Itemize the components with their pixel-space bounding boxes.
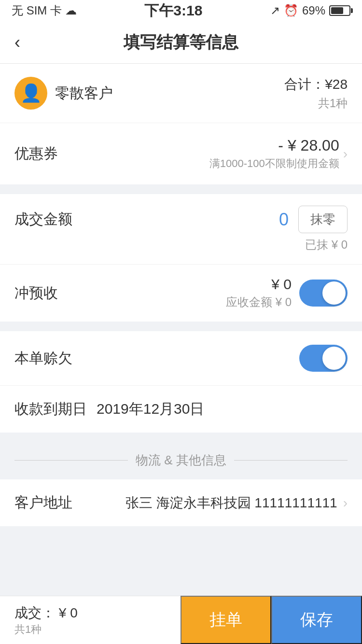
coupon-desc: 满1000-100不限制使用金额 (209, 156, 339, 171)
coupon-label: 优惠券 (14, 144, 58, 164)
gap-2 (0, 322, 362, 331)
customer-total: 合计：¥28 (284, 75, 348, 94)
debt-toggle-knob (322, 347, 346, 370)
status-bar: 无 SIM 卡 ☁ 下午3:18 ↗ ⏰ 69% (0, 0, 362, 21)
address-right: 张三 海淀永丰科技园 11111111111 › (72, 494, 348, 512)
prepaid-toggle[interactable] (299, 280, 348, 307)
coupon-chevron-icon: › (343, 146, 348, 162)
prepaid-sub-text: 应收金额 ¥ 0 (226, 294, 292, 310)
customer-right: 合计：¥28 共1种 (284, 75, 348, 111)
logistics-section: 物流 & 其他信息 (0, 442, 362, 478)
pending-button[interactable]: 挂单 (181, 596, 271, 644)
address-chevron-icon: › (343, 495, 348, 511)
logistics-divider: 物流 & 其他信息 (14, 452, 348, 469)
location-icon: ↗ (270, 4, 280, 17)
page-title: 填写结算等信息 (124, 31, 238, 54)
battery-text: 69% (302, 4, 325, 17)
deal-amount-section: 成交金额 0 抹零 已抹 ¥ 0 (0, 194, 362, 264)
debt-label: 本单赊欠 (14, 349, 72, 368)
debt-section: 本单赊欠 收款到期日 2019年12月30日 (0, 331, 362, 433)
footer: 成交： ¥ 0 共1种 挂单 保存 (0, 596, 362, 644)
coupon-info: - ¥ 28.00 满1000-100不限制使用金额 (209, 137, 339, 171)
address-label: 客户地址 (14, 493, 72, 513)
alarm-icon: ⏰ (284, 4, 298, 17)
deal-label: 成交金额 (14, 210, 72, 229)
battery-fill (331, 7, 343, 14)
customer-left: 👤 零散客户 (14, 77, 113, 110)
address-value: 张三 海淀永丰科技园 11111111111 (125, 494, 337, 512)
customer-row: 👤 零散客户 合计：¥28 共1种 (0, 64, 362, 123)
prepaid-right: ¥ 0 应收金额 ¥ 0 (226, 276, 348, 310)
prepaid-amounts: ¥ 0 应收金额 ¥ 0 (226, 276, 292, 310)
status-right: ↗ ⏰ 69% (270, 4, 350, 17)
footer-count-label: 共1种 (14, 622, 166, 637)
prepaid-label: 冲预收 (14, 283, 58, 303)
debt-toggle[interactable] (299, 345, 348, 372)
round-zero-button[interactable]: 抹零 (298, 206, 348, 233)
duedate-label: 收款到期日 (14, 399, 87, 419)
save-button[interactable]: 保存 (271, 596, 362, 644)
nav-bar: ‹ 填写结算等信息 (0, 21, 362, 64)
gap-3 (0, 433, 362, 442)
debt-row: 本单赊欠 (0, 331, 362, 385)
signal-text: 无 SIM 卡 ☁ (12, 3, 77, 18)
back-button[interactable]: ‹ (14, 32, 20, 53)
avatar-icon: 👤 (20, 83, 42, 103)
duedate-value: 2019年12月30日 (97, 399, 204, 419)
deal-row: 成交金额 0 抹零 (14, 206, 348, 233)
logistics-label: 物流 & 其他信息 (136, 452, 226, 469)
prepaid-row: 冲预收 ¥ 0 应收金额 ¥ 0 (0, 264, 362, 322)
status-left: 无 SIM 卡 ☁ (12, 3, 77, 18)
coupon-row[interactable]: 优惠券 - ¥ 28.00 满1000-100不限制使用金额 › (0, 123, 362, 184)
address-row[interactable]: 客户地址 张三 海淀永丰科技园 11111111111 › (0, 479, 362, 526)
gap-1 (0, 184, 362, 194)
deal-sub-text: 已抹 ¥ 0 (14, 237, 348, 252)
customer-name: 零散客户 (55, 84, 113, 103)
coupon-amount: - ¥ 28.00 (209, 137, 339, 154)
footer-info: 成交： ¥ 0 共1种 (0, 596, 181, 644)
due-date-row: 收款到期日 2019年12月30日 (0, 385, 362, 433)
battery-icon (329, 5, 350, 16)
prepaid-amount: ¥ 0 (226, 276, 292, 293)
deal-right: 0 抹零 (279, 206, 348, 233)
duedate-inner: 收款到期日 2019年12月30日 (14, 399, 348, 419)
customer-count: 共1种 (284, 96, 348, 111)
footer-deal-label: 成交： ¥ 0 (14, 604, 166, 622)
toggle-knob (322, 281, 346, 305)
deal-value: 0 (279, 210, 289, 230)
coupon-right: - ¥ 28.00 满1000-100不限制使用金额 › (209, 137, 348, 171)
avatar: 👤 (14, 77, 47, 110)
status-time: 下午3:18 (144, 1, 202, 21)
divider-right (234, 460, 348, 461)
divider-left (14, 460, 128, 461)
customer-section: 👤 零散客户 合计：¥28 共1种 优惠券 - ¥ 28.00 满1000-10… (0, 64, 362, 184)
